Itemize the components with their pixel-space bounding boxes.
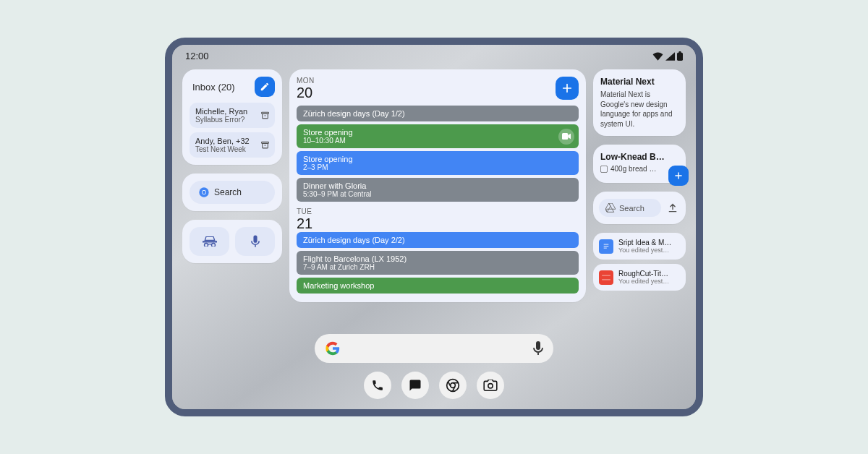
chrome-app[interactable]: [439, 372, 467, 399]
plus-icon: [673, 171, 684, 181]
news-body: Material Next is Google's new design lan…: [600, 90, 678, 129]
camera-app[interactable]: [477, 372, 504, 399]
status-time: 12:00: [185, 51, 209, 61]
file-item[interactable]: RoughCut-Tit… You edited yest…: [593, 264, 686, 291]
svg-rect-17: [602, 275, 610, 275]
calendar-widget[interactable]: MON 20 Zürich design days (Day 1/2) Stor…: [289, 69, 586, 302]
google-search-bar[interactable]: [315, 334, 553, 363]
chrome-icon: [446, 378, 460, 393]
calendar-day-label: TUE: [297, 207, 579, 215]
inbox-widget[interactable]: Inbox (20) Michelle, Ryan Syllabus Error…: [182, 69, 282, 165]
add-recipe-button[interactable]: [668, 166, 689, 186]
svg-rect-11: [600, 166, 607, 172]
file-meta: You edited yest…: [618, 247, 671, 254]
calendar-event[interactable]: Marketing workshop: [297, 278, 579, 294]
recipe-widget[interactable]: Low-Knead B… 400g bread …: [593, 145, 686, 183]
calendar-event[interactable]: Dinner with Gloria 5:30–9 PM at Central: [297, 178, 579, 202]
add-event-button[interactable]: [556, 77, 579, 100]
calendar-event[interactable]: Zürich design days (Day 1/2): [297, 106, 579, 121]
status-icons: [652, 51, 683, 61]
drive-search-pill[interactable]: Search: [599, 199, 661, 217]
dock: [364, 372, 504, 399]
recipe-title: Low-Knead B…: [600, 152, 678, 162]
chrome-icon: [198, 187, 210, 198]
drive-icon: [605, 203, 616, 213]
calendar-event[interactable]: Store opening 10–10:30 AM: [297, 124, 579, 148]
svg-rect-18: [602, 279, 610, 280]
svg-rect-10: [562, 133, 568, 140]
chrome-search-widget[interactable]: Search: [182, 174, 282, 211]
google-icon: [325, 340, 341, 356]
svg-rect-13: [604, 244, 609, 244]
camera-icon: [483, 380, 498, 391]
inbox-subject: Test Next Week: [195, 145, 269, 153]
svg-rect-15: [604, 247, 607, 248]
svg-rect-16: [602, 274, 610, 281]
compose-button[interactable]: [255, 77, 275, 97]
messages-app[interactable]: [401, 372, 429, 399]
upload-button[interactable]: [665, 201, 680, 215]
svg-rect-9: [253, 235, 257, 242]
battery-icon: [677, 51, 683, 61]
pencil-icon: [260, 82, 270, 92]
svg-rect-0: [677, 53, 683, 61]
inbox-title: Inbox (20): [190, 82, 235, 93]
video-file-icon: [599, 270, 613, 285]
inbox-item[interactable]: Michelle, Ryan Syllabus Error?: [190, 103, 275, 128]
plus-icon: [561, 82, 573, 94]
calendar-event[interactable]: Zürich design days (Day 2/2): [297, 232, 579, 248]
calendar-day-label: MON: [297, 77, 315, 85]
archive-icon[interactable]: [259, 140, 271, 151]
checkbox-icon: [600, 166, 608, 173]
recipe-ingredient: 400g bread …: [600, 165, 678, 173]
signal-icon: [665, 52, 675, 61]
tablet-device: 12:00 Inbox (20) Michelle, Ryan Syllabus…: [165, 38, 703, 416]
calendar-day-number: 21: [297, 215, 579, 232]
mic-icon[interactable]: [533, 341, 543, 356]
file-name: RoughCut-Tit…: [618, 270, 669, 278]
inbox-item[interactable]: Andy, Ben, +32 Test Next Week: [190, 132, 275, 158]
svg-rect-1: [678, 51, 681, 53]
search-label: Search: [214, 187, 242, 197]
incognito-icon: [203, 236, 217, 247]
svg-rect-14: [604, 246, 609, 247]
news-title: Material Next: [600, 77, 678, 87]
chrome-actions-widget: [182, 220, 282, 263]
drive-files: Sript Idea & M… You edited yest… RoughCu…: [593, 233, 686, 295]
svg-point-22: [488, 384, 493, 388]
inbox-from: Michelle, Ryan: [195, 107, 269, 116]
drive-search-label: Search: [619, 204, 644, 213]
svg-point-8: [203, 191, 206, 194]
calendar-event[interactable]: Store opening 2–3 PM: [297, 151, 579, 175]
status-bar: 12:00: [185, 51, 683, 61]
drive-search-widget[interactable]: Search: [593, 192, 686, 224]
docs-icon: [599, 239, 613, 254]
upload-icon: [668, 203, 678, 213]
inbox-subject: Syllabus Error?: [195, 116, 269, 124]
file-meta: You edited yest…: [618, 278, 669, 285]
phone-icon: [371, 379, 384, 392]
phone-app[interactable]: [364, 372, 391, 399]
voice-button[interactable]: [235, 227, 275, 256]
mic-icon: [251, 235, 260, 248]
search-pill[interactable]: Search: [190, 181, 275, 204]
archive-icon[interactable]: [259, 110, 271, 121]
wifi-icon: [652, 52, 663, 61]
inbox-from: Andy, Ben, +32: [195, 137, 269, 145]
news-widget[interactable]: Material Next Material Next is Google's …: [593, 69, 686, 136]
incognito-button[interactable]: [190, 227, 229, 256]
calendar-event[interactable]: Flight to Barcelona (LX 1952) 7–9 AM at …: [297, 251, 579, 275]
file-name: Sript Idea & M…: [618, 239, 671, 247]
file-item[interactable]: Sript Idea & M… You edited yest…: [593, 233, 686, 260]
message-icon: [409, 379, 422, 392]
svg-rect-19: [536, 341, 540, 350]
calendar-day-number: 20: [297, 85, 315, 101]
video-icon[interactable]: [558, 129, 574, 145]
